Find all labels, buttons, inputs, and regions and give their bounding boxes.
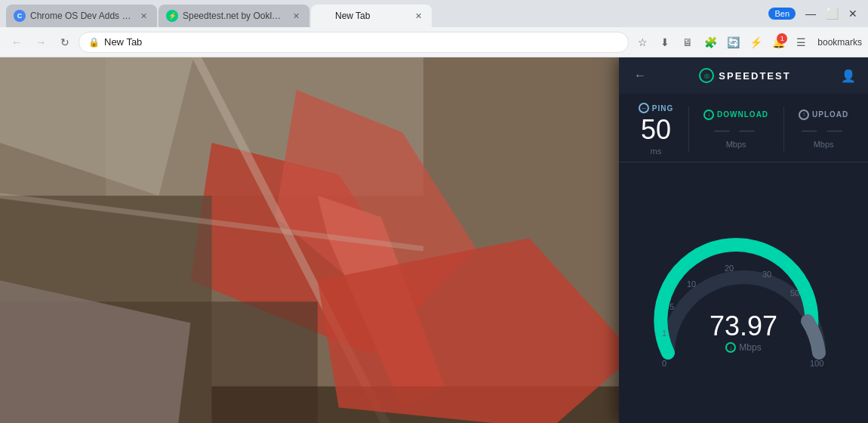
title-bar: C Chrome OS Dev Adds Ma... ✕ ⚡ Speedtest… — [0, 0, 868, 27]
upload-label: UPLOAD — [812, 110, 848, 119]
svg-text:0: 0 — [662, 359, 666, 368]
speedtest-user-icon[interactable]: 👤 — [841, 69, 856, 83]
address-security-icon: 🔒 — [88, 37, 100, 48]
tab-favicon-new — [319, 10, 331, 22]
gauge-unit-icon: ↓ — [725, 342, 736, 353]
speedtest-metrics: ↔ PING 50 ms ↓ DOWNLOAD — — Mbps — [619, 94, 868, 162]
ping-label: PING — [652, 104, 673, 113]
address-bar[interactable]: 🔒 New Tab — [78, 32, 629, 53]
tab-close-new[interactable]: ✕ — [412, 10, 424, 22]
upload-metric: ↑ UPLOAD — — Mbps — [799, 110, 848, 149]
tab-new[interactable]: New Tab ✕ — [311, 5, 432, 27]
divider-1 — [688, 107, 689, 152]
tab-close-chrome-os[interactable]: ✕ — [137, 10, 149, 22]
divider-2 — [783, 107, 784, 152]
menu-button[interactable]: ☰ — [790, 32, 811, 53]
screenshot-button[interactable]: 🖥 — [677, 32, 698, 53]
tab-chrome-os[interactable]: C Chrome OS Dev Adds Ma... ✕ — [6, 5, 157, 27]
tab-close-speedtest[interactable]: ✕ — [290, 10, 302, 22]
ping-metric: ↔ PING 50 ms — [639, 103, 673, 156]
speedtest-panel: ← ◎ SPEEDTEST 👤 ↔ PING 50 ms — [619, 57, 868, 423]
speedtest-ext-button[interactable]: ⚡ — [745, 32, 766, 53]
svg-text:50: 50 — [790, 289, 799, 298]
pocket-button[interactable]: ⬇ — [654, 32, 676, 53]
ping-icon: ↔ — [639, 103, 649, 113]
speedtest-back-button[interactable]: ← — [631, 66, 649, 85]
gauge-unit: Mbps — [739, 342, 761, 353]
extensions-button[interactable]: 🧩 — [700, 32, 721, 53]
svg-text:20: 20 — [725, 264, 734, 273]
nav-bar: ← → ↻ 🔒 New Tab ☆ ⬇ 🖥 🧩 🔄 ⚡ 🔔 1 ☰ bookma… — [0, 27, 868, 57]
svg-text:10: 10 — [687, 279, 696, 289]
notification-badge: 1 — [777, 33, 787, 44]
download-header: ↓ DOWNLOAD — [703, 110, 768, 120]
upload-icon: ↑ — [799, 110, 809, 120]
sync-button[interactable]: 🔄 — [722, 32, 743, 53]
reload-button[interactable]: ↻ — [54, 32, 75, 53]
ping-header: ↔ PING — [639, 103, 673, 113]
tab-favicon-speedtest: ⚡ — [166, 10, 178, 22]
svg-text:5: 5 — [669, 302, 674, 311]
notification-button[interactable]: 🔔 1 — [768, 32, 789, 53]
speedtest-logo-area: ◎ SPEEDTEST — [655, 68, 835, 83]
tab-title-chrome-os: Chrome OS Dev Adds Ma... — [30, 11, 133, 21]
tab-favicon-chrome-os: C — [14, 10, 26, 22]
close-button[interactable]: ✕ — [844, 5, 862, 23]
gauge-value-area: 73.97 ↓ Mbps — [709, 310, 777, 353]
svg-text:30: 30 — [762, 270, 771, 279]
page-content: ← ◎ SPEEDTEST 👤 ↔ PING 50 ms — [0, 57, 868, 423]
tab-title-new: New Tab — [335, 11, 408, 21]
address-text: New Tab — [104, 36, 619, 48]
upload-header: ↑ UPLOAD — [799, 110, 848, 120]
tab-speedtest[interactable]: ⚡ Speedtest.net by Ookla -... ✕ — [159, 5, 309, 27]
download-metric: ↓ DOWNLOAD — — Mbps — [703, 110, 768, 149]
gauge-value: 73.97 — [709, 310, 777, 342]
upload-unit: Mbps — [814, 140, 834, 149]
back-button[interactable]: ← — [6, 32, 27, 53]
download-icon: ↓ — [703, 110, 714, 120]
ping-unit: ms — [651, 147, 662, 156]
upload-value: — — — [802, 122, 845, 138]
window-controls: Ben — ⬜ ✕ — [768, 5, 862, 23]
browser-window: C Chrome OS Dev Adds Ma... ✕ ⚡ Speedtest… — [0, 0, 868, 423]
bookmark-star-button[interactable]: ☆ — [632, 32, 653, 53]
speedtest-gauge-area: 0 1 5 10 20 30 50 100 73.97 ↓ Mbps — [619, 162, 868, 423]
speedtest-logo-icon: ◎ — [699, 68, 714, 83]
tabs-area: C Chrome OS Dev Adds Ma... ✕ ⚡ Speedtest… — [6, 0, 762, 27]
download-value: — — — [714, 122, 758, 138]
svg-text:100: 100 — [810, 359, 823, 368]
tab-title-speedtest: Speedtest.net by Ookla -... — [183, 11, 285, 21]
nav-icons: ☆ ⬇ 🖥 🧩 🔄 ⚡ 🔔 1 ☰ — [632, 32, 811, 53]
gauge-unit-row: ↓ Mbps — [725, 342, 761, 353]
forward-button[interactable]: → — [30, 32, 51, 53]
maximize-button[interactable]: ⬜ — [823, 5, 841, 23]
minimize-button[interactable]: — — [802, 5, 820, 23]
gauge-container: 0 1 5 10 20 30 50 100 73.97 ↓ Mbps — [645, 209, 842, 375]
user-badge: Ben — [768, 8, 796, 20]
speedtest-header: ← ◎ SPEEDTEST 👤 — [619, 57, 868, 94]
bookmarks-label: bookmarks — [817, 37, 862, 48]
download-label: DOWNLOAD — [717, 110, 768, 119]
svg-text:1: 1 — [662, 329, 666, 338]
download-unit: Mbps — [726, 140, 746, 149]
ping-value: 50 — [641, 115, 671, 145]
speedtest-logo-text: SPEEDTEST — [719, 70, 790, 82]
